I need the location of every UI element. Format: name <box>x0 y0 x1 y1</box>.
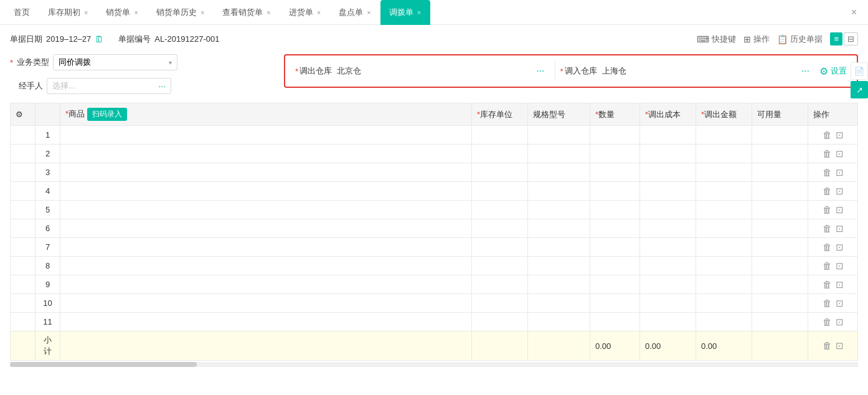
row-goods-cell[interactable] <box>60 294 472 313</box>
row-unit-cell[interactable] <box>472 238 528 257</box>
row-amount-cell[interactable] <box>696 313 752 331</box>
row-cost-cell[interactable] <box>640 145 696 163</box>
delete-icon[interactable]: 🗑 <box>823 223 832 234</box>
copy-icon[interactable]: ⊡ <box>836 186 844 197</box>
row-cost-cell[interactable] <box>640 126 696 145</box>
row-amount-cell[interactable] <box>696 163 752 182</box>
row-goods-cell[interactable] <box>60 219 472 238</box>
row-spec-cell[interactable] <box>528 238 590 257</box>
transfer-in-more[interactable]: ··· <box>796 65 814 77</box>
history-button[interactable]: 📋 历史单据 <box>777 34 823 45</box>
list-view-button[interactable]: ≡ <box>830 32 842 45</box>
row-qty-cell[interactable] <box>590 145 640 163</box>
row-qty-cell[interactable] <box>590 275 640 294</box>
copy-icon[interactable]: ⊡ <box>836 298 844 309</box>
settings-gear-icon[interactable]: ⚙ <box>819 65 828 77</box>
row-unit-cell[interactable] <box>472 201 528 219</box>
row-spec-cell[interactable] <box>528 294 590 313</box>
tab-view-sales-close[interactable]: × <box>267 9 270 16</box>
row-qty-cell[interactable] <box>590 313 640 331</box>
row-unit-cell[interactable] <box>472 163 528 182</box>
delete-icon[interactable]: 🗑 <box>823 204 832 216</box>
shortcuts-button[interactable]: ⌨ 快捷键 <box>697 34 736 45</box>
row-unit-cell[interactable] <box>472 182 528 201</box>
delete-icon[interactable]: 🗑 <box>823 242 832 253</box>
col-header-settings[interactable]: ⚙ <box>11 103 35 126</box>
row-amount-cell[interactable] <box>696 275 752 294</box>
copy-icon[interactable]: ⊡ <box>836 242 844 253</box>
delete-icon[interactable]: 🗑 <box>823 130 832 141</box>
copy-icon[interactable]: ⊡ <box>836 148 844 159</box>
tab-sales-history[interactable]: 销货单历史 × <box>148 0 214 25</box>
row-spec-cell[interactable] <box>528 145 590 163</box>
row-qty-cell[interactable] <box>590 201 640 219</box>
tab-sales-history-close[interactable]: × <box>200 9 204 16</box>
delete-icon[interactable]: 🗑 <box>823 298 832 309</box>
row-goods-cell[interactable] <box>60 257 472 275</box>
handler-more-icon[interactable]: ··· <box>158 81 166 91</box>
row-cost-cell[interactable] <box>640 238 696 257</box>
settings-text[interactable]: 设置 <box>831 65 847 77</box>
row-qty-cell[interactable] <box>590 163 640 182</box>
row-amount-cell[interactable] <box>696 294 752 313</box>
row-goods-cell[interactable] <box>60 238 472 257</box>
window-close-button[interactable]: × <box>845 7 863 18</box>
row-unit-cell[interactable] <box>472 145 528 163</box>
tab-transfer-order-close[interactable]: × <box>417 9 421 16</box>
row-spec-cell[interactable] <box>528 163 590 182</box>
scan-input-button[interactable]: 扫码录入 <box>87 108 127 121</box>
row-spec-cell[interactable] <box>528 182 590 201</box>
copy-icon[interactable]: ⊡ <box>836 130 844 141</box>
row-unit-cell[interactable] <box>472 219 528 238</box>
row-amount-cell[interactable] <box>696 219 752 238</box>
tab-transfer-order[interactable]: 调拨单 × <box>380 0 430 25</box>
row-goods-cell[interactable] <box>60 201 472 219</box>
row-amount-cell[interactable] <box>696 257 752 275</box>
row-unit-cell[interactable] <box>472 313 528 331</box>
scroll-bar-area[interactable] <box>10 362 858 367</box>
row-cost-cell[interactable] <box>640 313 696 331</box>
row-unit-cell[interactable] <box>472 126 528 145</box>
row-spec-cell[interactable] <box>528 313 590 331</box>
tab-inventory-init-close[interactable]: × <box>84 9 88 16</box>
tab-purchase-order[interactable]: 进货单 × <box>280 0 330 25</box>
row-cost-cell[interactable] <box>640 275 696 294</box>
row-spec-cell[interactable] <box>528 275 590 294</box>
row-cost-cell[interactable] <box>640 182 696 201</box>
row-goods-cell[interactable] <box>60 145 472 163</box>
business-type-select[interactable]: 同价调拨 ▾ <box>53 54 177 70</box>
transfer-out-more[interactable]: ··· <box>531 65 549 77</box>
delete-icon[interactable]: 🗑 <box>823 148 832 159</box>
tab-view-sales[interactable]: 查看销货单 × <box>214 0 280 25</box>
row-qty-cell[interactable] <box>590 294 640 313</box>
row-unit-cell[interactable] <box>472 275 528 294</box>
copy-icon[interactable]: ⊡ <box>836 279 844 290</box>
row-spec-cell[interactable] <box>528 201 590 219</box>
row-cost-cell[interactable] <box>640 257 696 275</box>
row-spec-cell[interactable] <box>528 257 590 275</box>
row-amount-cell[interactable] <box>696 182 752 201</box>
copy-icon[interactable]: ⊡ <box>836 260 844 272</box>
copy-icon[interactable]: ⊡ <box>836 316 844 328</box>
row-cost-cell[interactable] <box>640 294 696 313</box>
delete-icon[interactable]: 🗑 <box>823 316 832 328</box>
subtotal-delete-icon[interactable]: 🗑 <box>823 340 832 351</box>
tab-inventory-check-close[interactable]: × <box>367 9 370 16</box>
sidebar-link-button[interactable]: ↗ <box>851 81 868 98</box>
row-qty-cell[interactable] <box>590 126 640 145</box>
delete-icon[interactable]: 🗑 <box>823 279 832 290</box>
row-spec-cell[interactable] <box>528 219 590 238</box>
row-amount-cell[interactable] <box>696 145 752 163</box>
row-cost-cell[interactable] <box>640 201 696 219</box>
row-cost-cell[interactable] <box>640 219 696 238</box>
row-qty-cell[interactable] <box>590 257 640 275</box>
row-amount-cell[interactable] <box>696 238 752 257</box>
tab-home[interactable]: 首页 <box>5 0 39 25</box>
row-goods-cell[interactable] <box>60 275 472 294</box>
handler-select[interactable]: 选择... ··· <box>47 78 171 94</box>
copy-icon[interactable]: ⊡ <box>836 223 844 234</box>
delete-icon[interactable]: 🗑 <box>823 260 832 272</box>
row-goods-cell[interactable] <box>60 126 472 145</box>
delete-icon[interactable]: 🗑 <box>823 167 832 178</box>
copy-icon[interactable]: ⊡ <box>836 167 844 178</box>
